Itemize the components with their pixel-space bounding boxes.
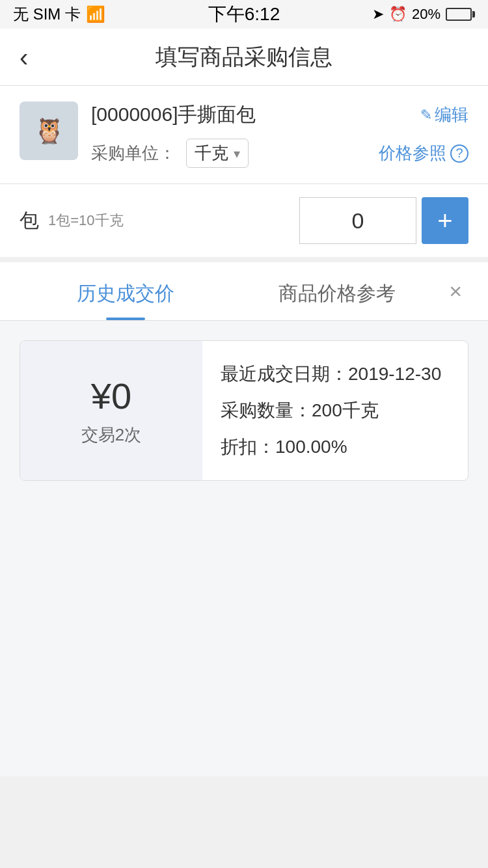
product-header: 🦉 [0000006]手撕面包 ✎ 编辑 采购单位： 千克 ▾ bbox=[20, 102, 468, 168]
qty-conversion: 1包=10千克 bbox=[48, 211, 124, 230]
unit-select[interactable]: 千克 ▾ bbox=[186, 139, 249, 168]
status-bar: 无 SIM 卡 📶 下午6:12 ➤ ⏰ 20% bbox=[0, 0, 488, 29]
price-ref-help-icon: ? bbox=[450, 144, 468, 163]
history-date-row: 最近成交日期：2019-12-30 bbox=[221, 360, 450, 388]
history-left: ¥0 交易2次 bbox=[20, 341, 202, 480]
qty-controls: 0 + bbox=[299, 197, 468, 244]
location-icon: ➤ bbox=[372, 6, 384, 23]
product-unit-row: 采购单位： 千克 ▾ 价格参照 ? bbox=[91, 139, 468, 168]
history-date-value: 2019-12-30 bbox=[348, 364, 441, 384]
battery-percent: 20% bbox=[412, 6, 441, 23]
chevron-down-icon: ▾ bbox=[234, 146, 240, 161]
product-thumb-icon: 🦉 bbox=[34, 116, 64, 145]
product-name: [0000006]手撕面包 bbox=[91, 102, 256, 128]
product-info: [0000006]手撕面包 ✎ 编辑 采购单位： 千克 ▾ 价格参照 ? bbox=[91, 102, 468, 168]
page-title: 填写商品采购信息 bbox=[156, 42, 332, 72]
history-discount-value: 100.00% bbox=[275, 437, 347, 457]
history-card: ¥0 交易2次 最近成交日期：2019-12-30 采购数量：200千克 折扣：… bbox=[20, 340, 468, 481]
battery-icon bbox=[446, 8, 475, 21]
tabs-row: 历史成交价 商品价格参考 × bbox=[0, 262, 488, 321]
edit-icon: ✎ bbox=[420, 107, 432, 124]
history-transactions: 交易2次 bbox=[81, 424, 141, 446]
tab-history-price[interactable]: 历史成交价 bbox=[20, 262, 231, 320]
product-card: 🦉 [0000006]手撕面包 ✎ 编辑 采购单位： 千克 ▾ bbox=[0, 86, 488, 184]
qty-value: 0 bbox=[352, 208, 364, 234]
status-time: 下午6:12 bbox=[208, 2, 280, 27]
tab-price-ref-label: 商品价格参考 bbox=[278, 282, 396, 304]
history-quantity-row: 采购数量：200千克 bbox=[221, 397, 450, 424]
status-right: ➤ ⏰ 20% bbox=[372, 6, 475, 23]
tab-active-underline bbox=[106, 318, 145, 320]
tab-close-button[interactable]: × bbox=[442, 278, 468, 304]
back-button[interactable]: ‹ bbox=[20, 44, 28, 70]
unit-value: 千克 bbox=[195, 142, 228, 165]
history-date-label: 最近成交日期： bbox=[221, 364, 348, 384]
quantity-bar: 包 1包=10千克 0 + bbox=[0, 184, 488, 262]
nav-bar: ‹ 填写商品采购信息 bbox=[0, 29, 488, 86]
unit-label: 采购单位： bbox=[91, 143, 176, 163]
history-discount-row: 折扣：100.00% bbox=[221, 433, 450, 461]
history-content: ¥0 交易2次 最近成交日期：2019-12-30 采购数量：200千克 折扣：… bbox=[0, 321, 488, 776]
qty-unit: 包 bbox=[20, 208, 39, 234]
tab-history-label: 历史成交价 bbox=[77, 282, 174, 304]
history-qty-value: 200千克 bbox=[312, 400, 379, 420]
wifi-icon: 📶 bbox=[86, 5, 105, 23]
product-title-row: [0000006]手撕面包 ✎ 编辑 bbox=[91, 102, 468, 128]
history-qty-label: 采购数量： bbox=[221, 400, 312, 420]
unit-section: 采购单位： 千克 ▾ bbox=[91, 139, 249, 168]
edit-link[interactable]: ✎ 编辑 bbox=[420, 103, 468, 126]
qty-input[interactable]: 0 bbox=[299, 197, 416, 244]
price-ref-label: 价格参照 bbox=[379, 142, 446, 165]
product-thumbnail: 🦉 bbox=[20, 102, 78, 160]
history-price: ¥0 bbox=[91, 375, 131, 417]
no-sim-text: 无 SIM 卡 bbox=[13, 4, 81, 25]
price-reference-link[interactable]: 价格参照 ? bbox=[379, 142, 468, 165]
tab-product-price-ref[interactable]: 商品价格参考 bbox=[231, 262, 442, 320]
alarm-icon: ⏰ bbox=[389, 6, 407, 23]
history-right: 最近成交日期：2019-12-30 采购数量：200千克 折扣：100.00% bbox=[202, 341, 468, 480]
edit-label: 编辑 bbox=[435, 103, 468, 126]
qty-unit-label: 包 1包=10千克 bbox=[20, 208, 124, 234]
status-left: 无 SIM 卡 📶 bbox=[13, 4, 105, 25]
history-discount-label: 折扣： bbox=[221, 437, 275, 457]
qty-plus-button[interactable]: + bbox=[422, 197, 468, 244]
